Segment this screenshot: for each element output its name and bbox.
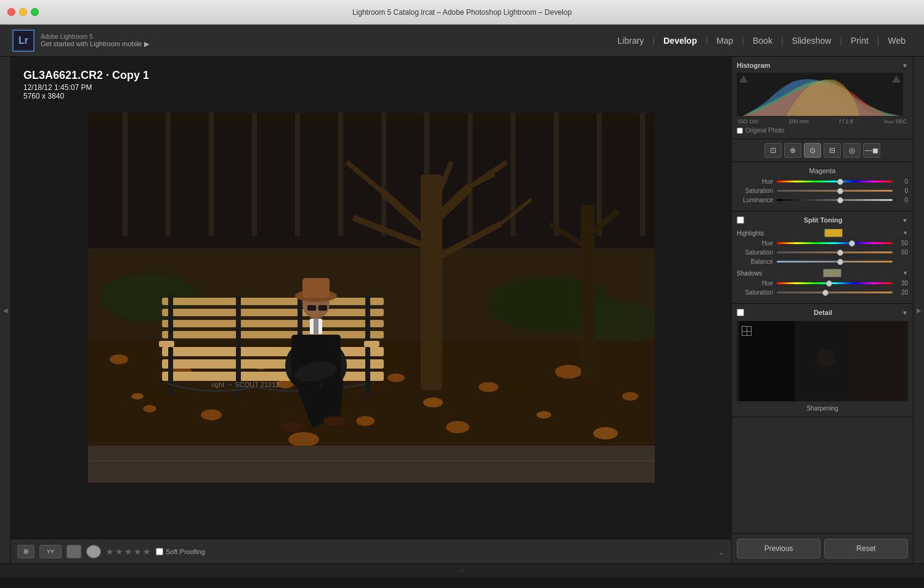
traffic-lights[interactable] [7, 8, 39, 16]
app-name: Adobe Lightroom 5 [41, 33, 149, 40]
svg-point-30 [356, 416, 375, 426]
svg-rect-57 [162, 298, 384, 305]
lum-label: Luminance [737, 197, 777, 203]
hl-hue-track[interactable] [777, 242, 893, 244]
nav-slideshow[interactable]: Slideshow [786, 32, 838, 49]
shadows-swatch[interactable] [823, 269, 841, 277]
shd-sat-thumb[interactable] [822, 290, 829, 296]
grad-filter-tool[interactable]: ⊟ [824, 143, 841, 158]
left-panel-toggle[interactable]: ◀ [0, 57, 11, 563]
lr-logo: Lr [12, 30, 34, 52]
expand-icon[interactable]: ⌄ [718, 547, 725, 557]
right-panel-toggle[interactable]: ▶ [913, 57, 924, 563]
original-photo-toggle[interactable]: Original Photo [737, 127, 908, 134]
balance-label: Balance [737, 258, 777, 265]
svg-rect-65 [168, 295, 173, 347]
svg-rect-90 [850, 321, 906, 401]
focal-info: 200 mm [789, 118, 809, 125]
svg-point-38 [593, 427, 618, 439]
detail-arrow[interactable]: ▼ [902, 309, 908, 316]
bottom-strip: ⊹ [0, 563, 924, 577]
histogram-canvas [737, 73, 903, 116]
original-photo-checkbox[interactable] [737, 128, 743, 134]
hue-slider-row: Hue 0 [737, 178, 908, 185]
svg-point-36 [423, 398, 443, 407]
detail-enable[interactable] [737, 309, 744, 316]
window-title: Lightroom 5 Catalog.lrcat – Adobe Photos… [352, 8, 572, 17]
detail-title: Detail [814, 309, 832, 316]
mobile-link[interactable]: Get started with Lightroom mobile ▶ [41, 40, 149, 48]
nav-web[interactable]: Web [881, 32, 912, 49]
shadows-label-row: Shadows ▼ [737, 269, 908, 277]
shd-hue-row: Hue 30 [737, 280, 908, 287]
nav-book[interactable]: Book [747, 32, 779, 49]
shd-hue-value: 30 [893, 280, 908, 287]
view-mode-button[interactable]: ⊞ [17, 545, 34, 558]
shd-hue-thumb[interactable] [826, 280, 832, 287]
nav-map[interactable]: Map [710, 32, 739, 49]
clipping-left-icon[interactable] [739, 75, 748, 83]
heal-tool[interactable]: ⊕ [784, 143, 801, 158]
svg-rect-69 [159, 341, 174, 347]
svg-rect-54 [162, 347, 384, 356]
detail-target-icon[interactable] [742, 326, 752, 336]
highlights-swatch[interactable] [824, 229, 843, 237]
hue-value: 0 [893, 178, 908, 185]
nav-library[interactable]: Library [612, 32, 650, 49]
svg-rect-66 [365, 295, 370, 347]
hl-hue-label: Hue [737, 240, 777, 247]
nav-develop[interactable]: Develop [657, 32, 703, 49]
split-toning-title: Split Toning [804, 216, 843, 224]
color-button[interactable] [86, 545, 101, 558]
soft-proofing-checkbox[interactable] [156, 548, 163, 555]
shd-hue-track[interactable] [777, 282, 893, 284]
minimize-button[interactable] [19, 8, 27, 16]
reset-button[interactable]: Reset [824, 539, 908, 558]
nav-print[interactable]: Print [845, 32, 875, 49]
hl-sat-track[interactable] [777, 251, 893, 253]
hue-thumb[interactable] [837, 179, 843, 185]
svg-rect-59 [162, 320, 384, 327]
hue-track[interactable] [777, 181, 893, 182]
crop-tool[interactable]: ⊡ [764, 143, 782, 158]
before-after-button[interactable]: YY [39, 545, 62, 558]
soft-proofing-toggle[interactable]: Soft Proofing [156, 548, 205, 555]
hl-hue-thumb[interactable] [849, 240, 855, 247]
hl-hue-row: Hue 50 [737, 240, 908, 247]
shd-sat-track[interactable] [777, 292, 893, 293]
close-button[interactable] [7, 8, 15, 16]
svg-rect-62 [365, 347, 370, 396]
svg-rect-60 [162, 331, 384, 338]
lum-slider-row: Luminance 0 [737, 197, 908, 203]
split-toning-arrow[interactable]: ▼ [902, 217, 908, 224]
brush-tool[interactable]: —◼ [863, 143, 880, 158]
split-toning-enable[interactable] [737, 216, 744, 224]
sat-thumb[interactable] [837, 188, 843, 194]
balance-track[interactable] [777, 261, 893, 263]
balance-thumb[interactable] [837, 259, 843, 265]
menu-bar: Lr Adobe Lightroom 5 Get started with Li… [0, 25, 924, 57]
photo-area: GL3A6621.CR2 · Copy 1 12/18/12 1:45:07 P… [11, 57, 731, 563]
red-eye-tool[interactable]: ⊙ [804, 143, 821, 158]
fullscreen-button[interactable] [31, 8, 39, 16]
crop-button[interactable] [67, 545, 81, 558]
svg-rect-61 [168, 347, 173, 396]
magenta-section: Magenta Hue 0 Saturation 0 Luminance [732, 162, 913, 211]
sat-value: 0 [893, 187, 908, 194]
star-rating[interactable]: ★ ★ ★ ★ ★ [106, 547, 151, 557]
histogram-arrow[interactable]: ▼ [902, 62, 908, 69]
svg-point-77 [323, 416, 346, 426]
right-chevron-icon: ▶ [917, 307, 922, 314]
original-photo-label: Original Photo [745, 127, 784, 134]
soft-proofing-label: Soft Proofing [166, 548, 205, 555]
hl-sat-row: Saturation 50 [737, 249, 908, 256]
radial-filter-tool[interactable]: ◎ [843, 143, 861, 158]
previous-button[interactable]: Previous [737, 539, 821, 558]
sharpening-label: Sharpening [737, 405, 908, 412]
sat-track[interactable] [777, 190, 893, 192]
clipping-right-icon[interactable] [892, 75, 901, 83]
lum-track[interactable] [777, 199, 893, 201]
svg-rect-67 [236, 295, 241, 347]
hl-sat-thumb[interactable] [837, 250, 843, 256]
lum-thumb[interactable] [837, 197, 843, 203]
